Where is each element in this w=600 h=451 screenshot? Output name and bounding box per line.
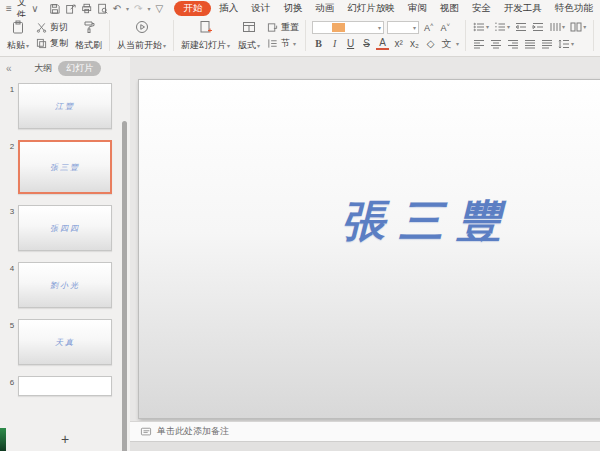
font-size-caret-icon[interactable]: ▾	[413, 24, 416, 31]
play-from-current-button[interactable]: 从当前开始▾	[114, 18, 169, 53]
tab-animations[interactable]: 动画	[310, 1, 339, 16]
section-button[interactable]: 节▾	[265, 37, 301, 50]
align-center-button[interactable]	[489, 39, 503, 49]
align-left-button[interactable]	[472, 39, 486, 49]
superscript-button[interactable]: x²	[392, 37, 405, 50]
tab-view[interactable]: 视图	[435, 1, 464, 16]
font-color-button[interactable]: A	[376, 38, 389, 50]
font-name-combobox[interactable]: ▾	[312, 21, 384, 34]
increase-font-button[interactable]: A˄	[422, 22, 436, 33]
text-direction-button[interactable]: ▾	[548, 22, 566, 32]
export-button[interactable]	[65, 3, 76, 14]
paragraph-group: ▾ ▾ ▾ ▾ ▾	[470, 18, 589, 53]
decrease-font-button[interactable]: A˅	[439, 22, 453, 33]
ribbon-collapse-icon[interactable]: ▽	[155, 4, 163, 14]
tab-special-features[interactable]: 特色功能	[550, 1, 598, 16]
subscript-button[interactable]: x₂	[408, 37, 421, 50]
section-caret-icon[interactable]: ▾	[293, 41, 296, 47]
phonetic-caret-icon[interactable]: ▾	[456, 41, 459, 47]
paste-button[interactable]: 粘贴▾	[4, 18, 32, 53]
slide-thumbnail-list: 1 江豐 2 張三豐 3 張四四 4 劉小光 5 天真	[0, 79, 130, 427]
undo-caret-icon[interactable]: ▾	[126, 6, 129, 12]
strikethrough-button[interactable]: S	[360, 37, 373, 50]
slide-thumbnail[interactable]: 張四四	[18, 205, 112, 251]
new-slide-caret-icon[interactable]: ▾	[227, 43, 230, 49]
slide-number: 6	[6, 376, 18, 396]
thumbnail-title: 張三豐	[50, 162, 80, 173]
tab-insert[interactable]: 插入	[214, 1, 243, 16]
ribbon-toolbar: 粘贴▾ 剪切 复制 格式刷 从当前开始▾ 新建幻灯片▾	[0, 17, 600, 57]
redo-button[interactable]: ↷	[134, 4, 142, 14]
justify-button[interactable]	[523, 39, 537, 49]
save-button[interactable]	[49, 3, 60, 14]
slide-panel-footer: +	[0, 427, 130, 451]
notes-icon	[140, 427, 152, 437]
layout-caret-icon[interactable]: ▾	[257, 43, 260, 49]
play-caret-icon[interactable]: ▾	[163, 43, 166, 49]
line-spacing-button[interactable]: ▾	[557, 39, 575, 49]
sidebar-scrollbar[interactable]	[122, 121, 127, 451]
italic-button[interactable]: I	[328, 37, 341, 50]
slide-thumbnail[interactable]: 劉小光	[18, 262, 112, 308]
columns-button[interactable]: ▾	[569, 22, 587, 32]
tab-slides[interactable]: 幻灯片	[58, 61, 101, 76]
paste-caret-icon[interactable]: ▾	[26, 43, 29, 49]
slide-canvas[interactable]: 張三豐	[138, 79, 600, 419]
distribute-button[interactable]	[540, 39, 554, 49]
slide-title-text[interactable]: 張三豐	[341, 192, 515, 251]
decrease-indent-button[interactable]	[514, 22, 528, 32]
align-right-button[interactable]	[506, 39, 520, 49]
copy-button[interactable]: 复制	[34, 37, 70, 50]
format-painter-button[interactable]: 格式刷	[72, 18, 105, 53]
bullet-list-button[interactable]: ▾	[472, 22, 490, 32]
font-name-caret-icon[interactable]: ▾	[378, 24, 381, 31]
file-menu-caret-icon[interactable]: ∨	[31, 4, 38, 14]
clear-format-button[interactable]: ◇	[424, 37, 437, 50]
reset-button[interactable]: 重置	[265, 21, 301, 34]
font-name-selection	[332, 23, 345, 32]
menu-bar: ≡ 文件 ∨ ↶ ▾ ↷ ▾ ▽ 开始 插入 设计 切换 动画 幻灯片放映 审阅…	[0, 0, 600, 17]
collapse-panel-icon[interactable]: «	[6, 63, 12, 74]
print-button[interactable]	[81, 3, 92, 14]
reset-section-stack: 重置 节▾	[265, 18, 301, 53]
add-slide-button[interactable]: +	[47, 431, 83, 447]
tab-review[interactable]: 审阅	[403, 1, 432, 16]
numbered-list-button[interactable]: ▾	[493, 22, 511, 32]
tab-security[interactable]: 安全	[467, 1, 496, 16]
slide-thumbnail[interactable]	[18, 376, 112, 396]
separator	[109, 20, 110, 51]
notes-bar[interactable]: 单击此处添加备注	[130, 421, 600, 441]
new-slide-button[interactable]: 新建幻灯片▾	[178, 18, 233, 53]
tab-developer[interactable]: 开发工具	[499, 1, 547, 16]
tab-design[interactable]: 设计	[246, 1, 275, 16]
tab-slideshow[interactable]: 幻灯片放映	[342, 1, 400, 16]
slide-thumbnail[interactable]: 天真	[18, 319, 112, 365]
slide-panel-header: « 大纲 幻灯片	[0, 57, 130, 79]
font-size-combobox[interactable]: ▾	[387, 21, 419, 34]
phonetic-guide-button[interactable]: 文	[440, 37, 453, 50]
align-center-icon	[490, 39, 502, 49]
print-preview-button[interactable]	[97, 3, 108, 14]
tab-transitions[interactable]: 切换	[278, 1, 307, 16]
slide-thumbnail[interactable]: 江豐	[18, 83, 112, 129]
slide-thumbnail-5: 5 天真	[6, 319, 130, 365]
slide-thumbnail-selected[interactable]: 張三豐	[18, 140, 112, 194]
tab-home[interactable]: 开始	[174, 1, 211, 16]
slide-layout-button[interactable]: 版式▾	[235, 18, 263, 53]
cut-copy-stack: 剪切 复制	[34, 18, 70, 53]
status-strip	[130, 441, 600, 451]
ribbon-tabs: 开始 插入 设计 切换 动画 幻灯片放映 审阅 视图 安全 开发工具 特色功能	[174, 1, 598, 16]
underline-button[interactable]: U	[344, 37, 357, 50]
slide-number: 3	[6, 205, 18, 251]
cut-button[interactable]: 剪切	[34, 21, 70, 34]
separator	[305, 20, 306, 51]
hamburger-menu-icon[interactable]: ≡	[6, 4, 12, 14]
tab-outline[interactable]: 大纲	[34, 62, 52, 75]
redo-caret-icon[interactable]: ▾	[147, 6, 150, 12]
align-left-icon	[473, 39, 485, 49]
increase-indent-button[interactable]	[531, 22, 545, 32]
screen-edge-artifact	[0, 428, 6, 451]
print-preview-icon	[97, 3, 108, 14]
undo-button[interactable]: ↶	[113, 4, 121, 14]
bold-button[interactable]: B	[312, 37, 325, 50]
